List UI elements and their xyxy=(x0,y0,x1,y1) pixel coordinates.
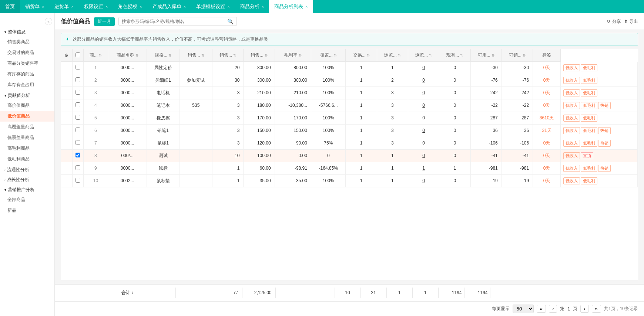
close-icon[interactable]: × xyxy=(184,4,186,9)
td-gear[interactable] xyxy=(61,124,72,137)
row-checkbox[interactable] xyxy=(76,153,80,157)
td-view1[interactable]: 0 xyxy=(408,74,439,86)
sidebar-item-all-products[interactable]: 全部商品 xyxy=(0,194,54,205)
td-check[interactable] xyxy=(72,62,83,74)
td-view1[interactable]: 0 xyxy=(408,112,439,124)
td-gear[interactable] xyxy=(61,149,72,162)
sidebar-group-contribution-title[interactable]: ▾贡献值分析 xyxy=(0,90,54,100)
row-checkbox[interactable] xyxy=(76,178,80,183)
row-checkbox[interactable] xyxy=(76,115,80,120)
export-button[interactable]: ⬆ 导出 xyxy=(624,18,638,25)
view1-link[interactable]: 0 xyxy=(422,140,425,146)
td-check[interactable] xyxy=(72,174,83,187)
th-trade[interactable]: 交易...⇅ xyxy=(346,49,377,62)
row-checkbox[interactable] xyxy=(76,77,80,82)
td-gear[interactable] xyxy=(61,137,72,149)
row-checkbox[interactable] xyxy=(76,102,80,107)
nav-purchase-order[interactable]: 进货单 × xyxy=(49,0,78,13)
view1-link[interactable]: 0 xyxy=(422,178,425,183)
sidebar-item-low-coverage[interactable]: 低覆盖量商品 xyxy=(0,132,54,143)
nav-product-analysis-list[interactable]: 商品分析列表 × xyxy=(269,0,313,13)
td-check[interactable] xyxy=(72,149,83,162)
close-icon[interactable]: × xyxy=(105,4,108,9)
view1-link[interactable]: 0 xyxy=(422,103,425,108)
sidebar-group-marketing-title[interactable]: ▾营销推广分析 xyxy=(0,184,54,194)
close-icon[interactable]: × xyxy=(227,4,229,9)
td-gear[interactable] xyxy=(61,112,72,124)
td-view1[interactable]: 0 xyxy=(408,99,439,112)
sidebar-item-low-value[interactable]: 低价值商品 xyxy=(0,111,54,122)
filter-period-button[interactable]: 近一月 xyxy=(94,17,115,26)
th-coverage[interactable]: 覆盖...⇅ xyxy=(311,49,346,62)
search-input[interactable] xyxy=(122,19,227,24)
th-sale-amount[interactable]: 销售...⇅ xyxy=(212,49,244,62)
sidebar-group-overall-title[interactable]: ▾整体信息 xyxy=(0,27,54,37)
prev-page-button[interactable]: ‹ xyxy=(549,305,557,313)
nav-home[interactable]: 首页 xyxy=(0,0,20,13)
td-view1[interactable]: 1 xyxy=(408,162,439,174)
row-checkbox[interactable] xyxy=(76,128,80,132)
view1-link[interactable]: 0 xyxy=(422,115,425,120)
td-gear[interactable] xyxy=(61,162,72,174)
view1-link[interactable]: 0 xyxy=(422,90,425,95)
row-checkbox[interactable] xyxy=(76,90,80,95)
sidebar-item-inventory-value[interactable]: 库存资金占用 xyxy=(0,79,54,90)
first-page-button[interactable]: « xyxy=(537,305,546,313)
horizontal-scrollbar[interactable] xyxy=(61,281,638,284)
th-sellable[interactable]: 可销...⇅ xyxy=(502,49,533,62)
view1-link[interactable]: 0 xyxy=(422,153,425,158)
next-page-button[interactable]: › xyxy=(580,305,588,313)
td-view1[interactable]: 0 xyxy=(408,149,439,162)
th-margin[interactable]: 毛利率⇅ xyxy=(275,49,311,62)
nav-product-stock[interactable]: 产成品入库单 × xyxy=(147,0,191,13)
th-view2[interactable]: 浏览...⇅ xyxy=(408,49,439,62)
sidebar-item-low-margin[interactable]: 低毛利商品 xyxy=(0,154,54,164)
view1-link[interactable]: 1 xyxy=(422,166,425,171)
sidebar-item-new-products[interactable]: 新品 xyxy=(0,205,54,216)
td-gear[interactable] xyxy=(61,99,72,112)
share-button[interactable]: ⟳ 分享 xyxy=(607,18,621,25)
close-icon[interactable]: × xyxy=(71,4,73,9)
per-page-select[interactable]: 50 100 200 xyxy=(513,305,534,313)
sidebar-item-category-sales-rate[interactable]: 商品分类销售率 xyxy=(0,58,54,69)
td-gear[interactable] xyxy=(61,174,72,187)
td-check[interactable] xyxy=(72,86,83,99)
td-gear[interactable] xyxy=(61,86,72,99)
sidebar-item-high-coverage[interactable]: 高覆盖量商品 xyxy=(0,122,54,132)
nav-permissions[interactable]: 权限设置 × xyxy=(79,0,113,13)
sidebar-item-traded-products[interactable]: 交易过的商品 xyxy=(0,47,54,58)
td-view1[interactable]: 0 xyxy=(408,62,439,74)
th-tags[interactable]: 标签 xyxy=(533,49,561,62)
td-view1[interactable]: 0 xyxy=(408,174,439,187)
nav-product-analysis[interactable]: 商品分析 × xyxy=(235,0,269,13)
td-check[interactable] xyxy=(72,99,83,112)
th-available[interactable]: 可用...⇅ xyxy=(470,49,502,62)
td-check[interactable] xyxy=(72,137,83,149)
nav-role-auth[interactable]: 角色授权 × xyxy=(113,0,147,13)
nav-sales-order[interactable]: 销货单 × xyxy=(20,0,49,13)
view1-link[interactable]: 0 xyxy=(422,128,425,133)
td-check[interactable] xyxy=(72,74,83,86)
td-view1[interactable]: 0 xyxy=(408,124,439,137)
close-icon[interactable]: × xyxy=(140,4,142,9)
td-view1[interactable]: 0 xyxy=(408,137,439,149)
td-gear[interactable] xyxy=(61,74,72,86)
th-sale-profit[interactable]: 销售...⇅ xyxy=(244,49,275,62)
td-gear[interactable] xyxy=(61,62,72,74)
sidebar-item-high-margin[interactable]: 高毛利商品 xyxy=(0,143,54,154)
sidebar-group-growth-title[interactable]: ›成长性分析 xyxy=(0,174,54,184)
close-icon[interactable]: × xyxy=(262,4,264,9)
th-view1[interactable]: 浏览...⇅ xyxy=(377,49,408,62)
th-gear[interactable]: ⚙ xyxy=(61,49,72,62)
sidebar-group-circulation-title[interactable]: ›流通性分析 xyxy=(0,164,54,174)
last-page-button[interactable]: » xyxy=(592,305,601,313)
row-checkbox[interactable] xyxy=(76,165,80,170)
nav-template-settings[interactable]: 单据模板设置 × xyxy=(191,0,235,13)
th-code[interactable]: 商...⇅ xyxy=(83,49,108,62)
th-check[interactable] xyxy=(72,49,83,62)
close-icon[interactable]: × xyxy=(305,4,308,9)
th-spec[interactable]: 规格...⇅ xyxy=(147,49,180,62)
sidebar-item-in-stock[interactable]: 有库存的商品 xyxy=(0,69,54,79)
close-icon[interactable]: × xyxy=(42,4,44,9)
td-check[interactable] xyxy=(72,124,83,137)
